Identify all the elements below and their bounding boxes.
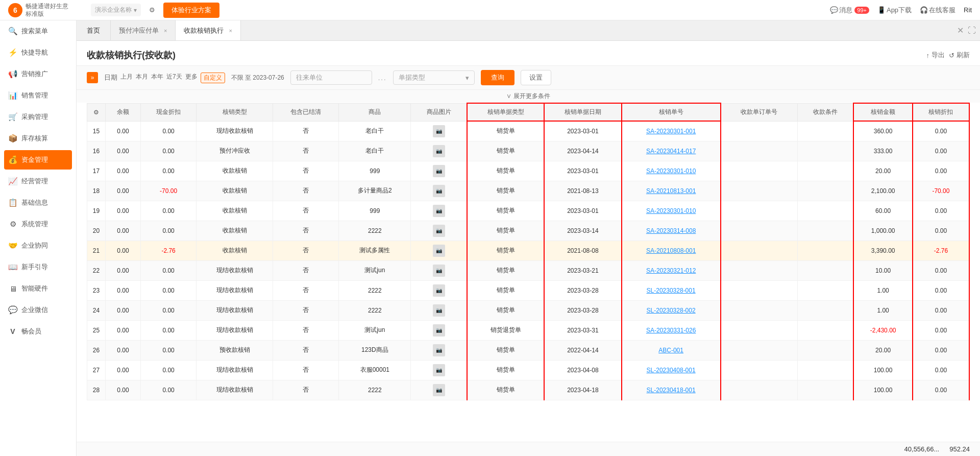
cell-balance: 0.00: [106, 340, 141, 360]
cell-verify-type: 现结收款核销: [197, 280, 273, 300]
date-this-month[interactable]: 本月: [136, 73, 148, 83]
page-title: 收款核销执行(按收款): [87, 49, 176, 61]
cell-product: 123D商品: [339, 340, 411, 360]
sidebar-label-purchase: 采购管理: [21, 112, 48, 122]
tab-expand-icon[interactable]: ⛶: [968, 26, 976, 35]
user-name[interactable]: Rit: [964, 6, 972, 14]
cell-bill-no[interactable]: SL-20230328-001: [622, 280, 721, 300]
message-badge: 99+: [854, 7, 869, 14]
cell-order-no: [721, 300, 798, 320]
sales-icon: 📊: [8, 91, 17, 100]
sidebar-item-member[interactable]: V 畅会员: [0, 321, 76, 342]
finance-icon: 💰: [8, 155, 17, 164]
date-last-month[interactable]: 上月: [120, 73, 133, 83]
tab-close-icon[interactable]: ✕: [957, 26, 964, 35]
date-custom[interactable]: 自定义: [201, 73, 225, 83]
sidebar-item-collab[interactable]: 🤝 企业协同: [0, 235, 76, 256]
cell-product: 2222: [339, 300, 411, 320]
sidebar-item-search[interactable]: 🔍 搜索菜单: [0, 20, 76, 42]
tab-prepay[interactable]: 预付冲应付单 ×: [111, 20, 176, 40]
cell-bill-no[interactable]: SA-20230301-001: [622, 121, 721, 141]
cell-verify-type: 预付冲应收: [197, 141, 273, 161]
sidebar-item-operations[interactable]: 📈 经营管理: [0, 171, 76, 192]
tab-verify-label: 收款核销执行: [184, 26, 224, 35]
page-header: 收款核销执行(按收款) ↑ 导出 ↺ 刷新: [77, 41, 980, 65]
col-discount: 核销折扣: [913, 103, 969, 121]
cell-bill-type: 销货单: [467, 161, 544, 181]
filter-expand-btn[interactable]: »: [87, 72, 98, 83]
company-selector[interactable]: 演示企业名称 ▾: [91, 4, 141, 16]
date-this-year[interactable]: 本年: [151, 73, 163, 83]
industry-btn[interactable]: 体验行业方案: [163, 3, 219, 18]
expand-more-row[interactable]: ∨ 展开更多条件: [77, 90, 980, 103]
partner-input[interactable]: 往来单位: [290, 70, 372, 85]
cell-payment-condition: [797, 201, 853, 221]
cell-payment-condition: [797, 260, 853, 280]
settings-icon[interactable]: ⚙: [145, 3, 159, 17]
cell-discount: 0.00: [913, 340, 969, 360]
partner-picker-btn[interactable]: ...: [378, 74, 387, 82]
tab-home[interactable]: 首页: [77, 20, 111, 40]
cell-product-img: 📷: [411, 340, 467, 360]
cell-bill-date: 2023-04-18: [544, 380, 621, 400]
cell-bill-no[interactable]: SA-20230314-008: [622, 221, 721, 241]
export-btn[interactable]: ↑ 导出: [926, 51, 945, 60]
sidebar-item-system[interactable]: ⚙ 系统管理: [0, 213, 76, 235]
sidebar-item-wechat[interactable]: 💬 企业微信: [0, 299, 76, 321]
cell-verify-type: 收款核销: [197, 201, 273, 221]
sidebar-item-sales[interactable]: 📊 销售管理: [0, 85, 76, 106]
tab-verify-close[interactable]: ×: [229, 28, 232, 34]
cell-bill-no[interactable]: SA-20230414-017: [622, 141, 721, 161]
app-download-btn[interactable]: 📱 App下载: [877, 6, 912, 15]
date-range: 不限 至 2023-07-26: [231, 74, 284, 82]
col-verify-type: 核销类型: [197, 103, 273, 121]
cell-bill-no[interactable]: SL-20230328-002: [622, 300, 721, 320]
cell-product-img: 📷: [411, 260, 467, 280]
sidebar-item-inventory[interactable]: 📦 库存核算: [0, 128, 76, 149]
cell-id: 28: [87, 380, 106, 400]
voucher-type-select[interactable]: 单据类型 ▾: [393, 70, 475, 85]
cell-bill-no[interactable]: SA-20230301-010: [622, 161, 721, 181]
tab-verify[interactable]: 收款核销执行 ×: [176, 20, 240, 40]
table-row: 22 0.00 0.00 现结收款核销 否 测试jun 📷 销货单 2023-0…: [87, 260, 970, 280]
message-btn[interactable]: 💬 消息 99+: [830, 6, 869, 15]
refresh-btn[interactable]: ↺ 刷新: [949, 51, 970, 60]
cell-bill-date: 2023-03-28: [544, 300, 621, 320]
sidebar-item-basic[interactable]: 📋 基础信息: [0, 192, 76, 213]
sidebar-item-hardware[interactable]: 🖥 智能硬件: [0, 278, 76, 299]
cell-payment-condition: [797, 320, 853, 340]
tab-prepay-close[interactable]: ×: [164, 28, 167, 34]
cell-discount: 0.00: [913, 300, 969, 320]
cell-verify-type: 现结收款核销: [197, 360, 273, 380]
sidebar-label-operations: 经营管理: [21, 177, 48, 186]
cell-product-img: 📷: [411, 221, 467, 241]
cell-include-settled: 否: [273, 300, 339, 320]
cell-amount: 1.00: [853, 280, 913, 300]
cell-include-settled: 否: [273, 201, 339, 221]
logo-text: 畅捷通谱好生意 标准版: [26, 3, 68, 17]
headset-icon: 🎧: [920, 6, 928, 14]
cell-product-img: 📷: [411, 380, 467, 400]
cell-bill-no[interactable]: SA-20230331-026: [622, 320, 721, 340]
date-7days[interactable]: 近7天: [166, 73, 182, 83]
sidebar-item-guide[interactable]: 📖 新手引导: [0, 256, 76, 278]
query-btn[interactable]: 查询: [481, 70, 514, 85]
cell-include-settled: 否: [273, 181, 339, 201]
sidebar-item-nav[interactable]: ⚡ 快捷导航: [0, 42, 76, 63]
cell-bill-no[interactable]: SA-20210813-001: [622, 181, 721, 201]
service-btn[interactable]: 🎧 在线客服: [920, 6, 955, 15]
cell-bill-no[interactable]: SL-20230408-001: [622, 360, 721, 380]
col-gear[interactable]: ⚙: [87, 103, 106, 121]
cell-bill-no[interactable]: ABC-001: [622, 340, 721, 360]
sidebar-item-marketing[interactable]: 📢 营销推广: [0, 63, 76, 85]
filter-settings-btn[interactable]: 设置: [521, 70, 551, 85]
sidebar-label-marketing: 营销推广: [21, 69, 48, 79]
cell-bill-no[interactable]: SA-20230301-010: [622, 201, 721, 221]
date-more[interactable]: 更多: [185, 73, 198, 83]
cell-bill-no[interactable]: SA-20210808-001: [622, 241, 721, 260]
table-row: 18 0.00 -70.00 收款核销 否 多计量商品2 📷 销货单 2021-…: [87, 181, 970, 201]
sidebar-item-finance[interactable]: 💰 资金管理: [4, 150, 72, 170]
cell-bill-no[interactable]: SA-20230321-012: [622, 260, 721, 280]
cell-bill-no[interactable]: SL-20230418-001: [622, 380, 721, 400]
sidebar-item-purchase[interactable]: 🛒 采购管理: [0, 106, 76, 128]
